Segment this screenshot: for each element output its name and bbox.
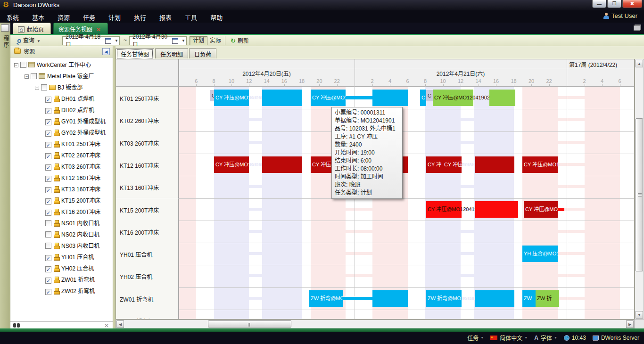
collapse-node-icon[interactable]: −: [25, 74, 29, 79]
window-list-icon[interactable]: [634, 25, 640, 31]
tree-checkbox[interactable]: ✓: [45, 255, 51, 261]
plan-toggle-button[interactable]: 计划: [190, 36, 207, 45]
task-bar[interactable]: CY 冲压@MO12041901: [214, 90, 249, 106]
tree-checkbox[interactable]: ✓: [45, 210, 51, 216]
tree-checkbox[interactable]: ✓: [45, 266, 51, 272]
task-bar[interactable]: [262, 90, 302, 106]
tree-checkbox[interactable]: ✓: [45, 97, 51, 103]
actual-toggle-button[interactable]: 实际: [206, 36, 224, 45]
scroll-down-icon[interactable]: ▼: [636, 311, 643, 319]
task-bar[interactable]: [262, 156, 302, 173]
tree-node-2[interactable]: −BJ 钣金部: [10, 82, 113, 93]
tree-checkbox[interactable]: ✓: [45, 187, 51, 193]
task-bar[interactable]: CY 冲压@MO12041901: [311, 90, 346, 106]
status-item-2[interactable]: A字体▼: [534, 334, 557, 342]
tree-checkbox[interactable]: [45, 231, 51, 238]
tree-checkbox[interactable]: ✓: [45, 153, 51, 159]
task-bar[interactable]: [343, 297, 372, 300]
menu-item-7[interactable]: 工具: [178, 10, 204, 24]
view-tab-2[interactable]: 日负荷: [189, 48, 216, 58]
menu-item-8[interactable]: 帮助: [204, 10, 229, 24]
task-bar[interactable]: [475, 290, 514, 307]
close-button[interactable]: ✖: [622, 0, 642, 8]
status-item-0[interactable]: 任务▼: [465, 334, 484, 342]
task-bar[interactable]: CY 冲压@MO12041904: [214, 156, 249, 173]
doc-tab-0[interactable]: ⌂起始页: [13, 23, 51, 34]
scroll-right-icon[interactable]: ▶: [626, 320, 634, 328]
collapse-panel-button[interactable]: ◀: [102, 48, 110, 55]
menu-item-3[interactable]: 任务: [76, 10, 102, 24]
tree-checkbox[interactable]: ✓: [45, 142, 51, 148]
tree-node-19[interactable]: ✓ZW01 折弯机: [10, 274, 113, 286]
task-bar[interactable]: ZW 折弯@MO12041901: [309, 290, 343, 307]
tree-node-4[interactable]: ✓DH02 点焊机: [10, 105, 113, 116]
tree-node-11[interactable]: ✓KT13 160T冲床: [10, 184, 113, 195]
date-to-field[interactable]: 2012年 4月30日▼: [129, 36, 187, 45]
tree-checkbox[interactable]: [41, 84, 47, 90]
date-from-field[interactable]: 2012年 4月18日▼: [62, 36, 120, 45]
task-bar[interactable]: C: [210, 90, 214, 101]
tree-node-0[interactable]: −WorkCenter 工作中心: [10, 59, 113, 71]
tree-checkbox[interactable]: ✓: [45, 278, 51, 284]
collapse-node-icon[interactable]: −: [14, 63, 18, 67]
task-bar[interactable]: CY 冲压@MO12041904: [443, 156, 462, 173]
task-bar[interactable]: CY 冲: [426, 156, 443, 173]
scroll-left-icon[interactable]: ◀: [116, 320, 124, 328]
tree-node-18[interactable]: ✓YH02 压合机: [10, 263, 113, 274]
menu-item-2[interactable]: 资源: [51, 10, 76, 24]
tree-node-6[interactable]: ✓GY02 外桶成型机: [10, 127, 113, 139]
query-button[interactable]: 查询▼: [14, 36, 44, 45]
tree-node-12[interactable]: ✓KT15 200T冲床: [10, 195, 113, 206]
current-user[interactable]: Test User: [603, 12, 637, 19]
menu-item-0[interactable]: 系统: [0, 10, 25, 24]
task-bar[interactable]: [372, 290, 408, 307]
tree-node-7[interactable]: ✓KT01 250T冲床: [10, 139, 113, 150]
task-bar[interactable]: [489, 90, 515, 106]
task-bar[interactable]: C: [426, 90, 433, 101]
tree-node-5[interactable]: ✓GY01 外桶成型机: [10, 116, 113, 127]
doc-tab-1[interactable]: 资源任务视图✕: [53, 23, 108, 34]
task-bar[interactable]: [475, 201, 518, 218]
task-bar[interactable]: C: [420, 90, 426, 106]
refresh-button[interactable]: ↻刷新: [227, 36, 252, 45]
tree-checkbox[interactable]: ✓: [45, 198, 51, 205]
collapse-node-icon[interactable]: −: [35, 86, 39, 90]
tree-checkbox[interactable]: ✓: [45, 119, 51, 125]
task-bar[interactable]: [346, 96, 372, 99]
status-item-1[interactable]: 简体中文▼: [490, 334, 528, 342]
tree-node-8[interactable]: ✓KT02 260T冲床: [10, 150, 113, 161]
clear-search-icon[interactable]: ✕: [104, 322, 109, 329]
menu-item-1[interactable]: 基本: [25, 10, 51, 24]
tree-node-1[interactable]: −Metal Plate 钣金厂: [10, 71, 113, 82]
view-tab-0[interactable]: 任务甘特图: [116, 48, 154, 60]
vertical-scrollbar[interactable]: ▲ ▼: [635, 59, 644, 319]
tree-node-14[interactable]: NS01 内收口机: [10, 218, 113, 229]
task-bar[interactable]: ZW 折弯@MO12041901: [426, 290, 462, 307]
task-bar[interactable]: [372, 90, 408, 106]
task-bar[interactable]: CY 冲压@MO1: [524, 201, 558, 218]
tree-checkbox[interactable]: [45, 220, 51, 226]
task-bar[interactable]: ZW: [522, 290, 536, 307]
tree-checkbox[interactable]: ✓: [45, 289, 51, 295]
scroll-up-icon[interactable]: ▲: [636, 60, 643, 67]
tree-checkbox[interactable]: ✓: [45, 164, 51, 171]
tree-checkbox[interactable]: [20, 62, 26, 68]
task-bar[interactable]: ZW 折: [536, 290, 559, 307]
tree-node-16[interactable]: NS03 内收口机: [10, 240, 113, 252]
tree-checkbox[interactable]: ✓: [45, 131, 51, 137]
task-bar[interactable]: CY 冲压@MO1: [522, 156, 558, 173]
close-tab-icon[interactable]: ✕: [96, 26, 101, 33]
menu-item-6[interactable]: 报表: [153, 10, 178, 24]
task-bar[interactable]: [475, 156, 514, 173]
tree-node-3[interactable]: ✓DH01 点焊机: [10, 93, 113, 105]
tree-checkbox[interactable]: [31, 73, 37, 79]
view-tab-1[interactable]: 任务明细: [155, 48, 188, 58]
horizontal-scrollbar[interactable]: ◀ ▶: [116, 319, 635, 328]
task-bar[interactable]: [558, 208, 564, 211]
tree-search-bar[interactable]: ✕: [10, 321, 113, 329]
tree-node-20[interactable]: ✓ZW02 折弯机: [10, 286, 113, 297]
task-bar[interactable]: YH 压合@MO1: [522, 246, 558, 262]
tree-node-10[interactable]: ✓KT12 160T冲床: [10, 172, 113, 184]
menu-item-4[interactable]: 计划: [102, 10, 127, 24]
task-bar[interactable]: CY 冲压@MO12041903: [426, 201, 462, 218]
